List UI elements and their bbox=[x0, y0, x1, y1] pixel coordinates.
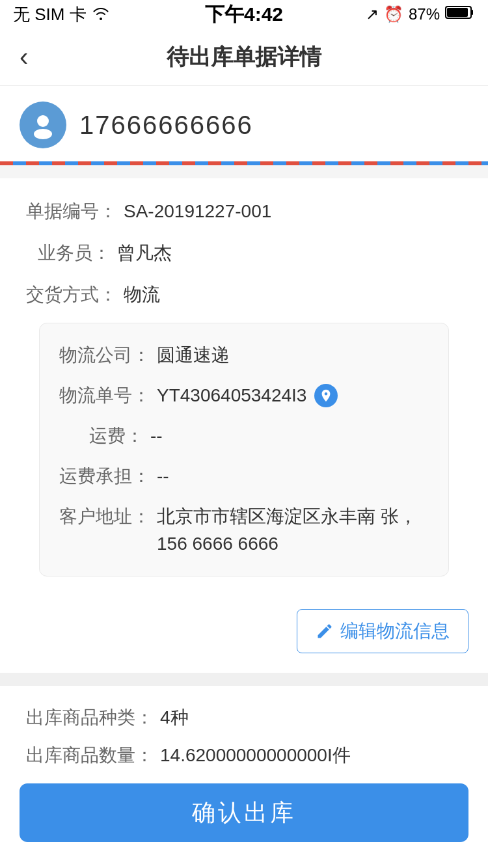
freight-bearer-value: -- bbox=[157, 463, 429, 490]
delivery-method-value: 物流 bbox=[124, 281, 462, 308]
address-label: 客户地址： bbox=[59, 503, 150, 530]
delivery-method-row: 交货方式： 物流 bbox=[26, 281, 462, 308]
item-types-value: 4种 bbox=[160, 705, 189, 730]
confirm-btn-label: 确认出库 bbox=[192, 797, 296, 829]
tracking-location-icon[interactable] bbox=[314, 384, 338, 407]
back-button[interactable]: ‹ bbox=[20, 42, 28, 72]
freight-bearer-label: 运费承担： bbox=[59, 463, 150, 490]
status-right: ↗ ⏰ 87% bbox=[366, 5, 475, 24]
battery-icon bbox=[445, 5, 475, 24]
sales-rep-value: 曾凡杰 bbox=[117, 239, 462, 267]
status-left: 无 SIM 卡 bbox=[13, 3, 110, 26]
nav-bar: ‹ 待出库单据详情 bbox=[0, 29, 488, 86]
logistics-company-value: 圆通速递 bbox=[157, 342, 429, 369]
tracking-no-value: YT43064053424I3 bbox=[157, 382, 429, 409]
freight-bearer-row: 运费承担： -- bbox=[59, 463, 429, 490]
logistics-company-row: 物流公司： 圆通速递 bbox=[59, 342, 429, 369]
freight-row: 运费： -- bbox=[59, 422, 429, 450]
order-info-section: 单据编号： SA-20191227-001 业务员： 曾凡杰 交货方式： 物流 … bbox=[0, 178, 488, 596]
sales-rep-label: 业务员： bbox=[26, 239, 111, 267]
logistics-company-label: 物流公司： bbox=[59, 342, 150, 369]
dashed-separator bbox=[0, 161, 488, 165]
location-service-icon: ↗ bbox=[366, 5, 379, 23]
tracking-no-row: 物流单号： YT43064053424I3 bbox=[59, 382, 429, 409]
order-no-value: SA-20191227-001 bbox=[124, 198, 462, 225]
user-header: 17666666666 bbox=[0, 86, 488, 161]
item-types-row: 出库商品种类： 4种 bbox=[26, 705, 462, 730]
tracking-no-label: 物流单号： bbox=[59, 382, 150, 409]
order-no-row: 单据编号： SA-20191227-001 bbox=[26, 198, 462, 225]
svg-point-2 bbox=[37, 115, 49, 127]
address-value: 北京市市辖区海淀区永丰南 张，156 6666 6666 bbox=[157, 503, 429, 558]
sales-rep-row: 业务员： 曾凡杰 bbox=[26, 239, 462, 267]
user-phone: 17666666666 bbox=[79, 111, 253, 140]
page-title: 待出库单据详情 bbox=[167, 42, 321, 72]
svg-rect-1 bbox=[447, 8, 468, 17]
order-no-label: 单据编号： bbox=[26, 198, 117, 225]
edit-logistics-button[interactable]: 编辑物流信息 bbox=[297, 609, 468, 653]
freight-label: 运费： bbox=[59, 422, 144, 450]
carrier-text: 无 SIM 卡 bbox=[13, 3, 87, 26]
item-qty-value: 14.62000000000000I件 bbox=[160, 743, 351, 768]
status-time: 下午4:42 bbox=[205, 1, 283, 28]
address-row: 客户地址： 北京市市辖区海淀区永丰南 张，156 6666 6666 bbox=[59, 503, 429, 558]
item-qty-row: 出库商品数量： 14.62000000000000I件 bbox=[26, 743, 462, 768]
freight-value: -- bbox=[150, 422, 429, 450]
confirm-outbound-button[interactable]: 确认出库 bbox=[20, 783, 468, 842]
status-bar: 无 SIM 卡 下午4:42 ↗ ⏰ 87% bbox=[0, 0, 488, 29]
confirm-btn-wrapper: 确认出库 bbox=[0, 770, 488, 868]
battery-text: 87% bbox=[409, 5, 440, 23]
wifi-icon bbox=[92, 5, 110, 25]
item-qty-label: 出库商品数量： bbox=[26, 743, 154, 768]
user-avatar bbox=[20, 102, 66, 148]
section-divider bbox=[0, 673, 488, 686]
alarm-icon: ⏰ bbox=[384, 5, 403, 23]
svg-point-3 bbox=[34, 129, 52, 139]
edit-logistics-label: 编辑物流信息 bbox=[340, 619, 450, 644]
edit-btn-container: 编辑物流信息 bbox=[0, 596, 488, 673]
logistics-card: 物流公司： 圆通速递 物流单号： YT43064053424I3 运费： -- … bbox=[39, 323, 449, 576]
item-types-label: 出库商品种类： bbox=[26, 705, 154, 730]
delivery-method-label: 交货方式： bbox=[26, 281, 117, 308]
